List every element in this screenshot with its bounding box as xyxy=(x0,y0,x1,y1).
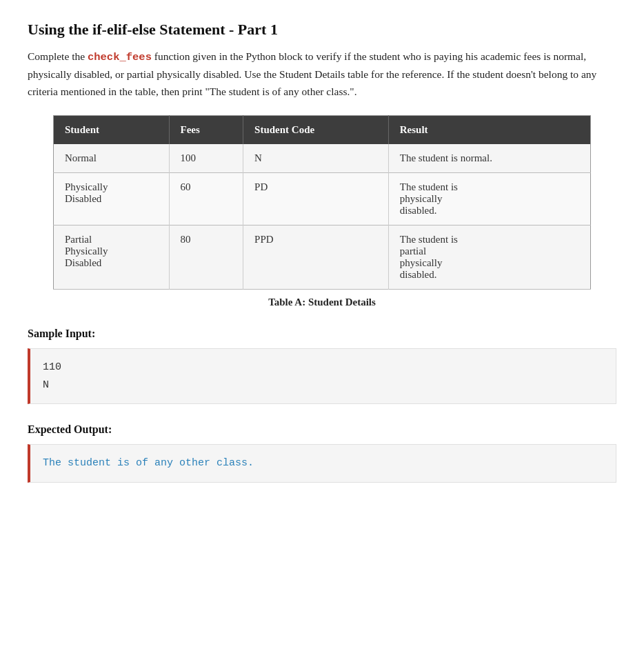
cell-code: N xyxy=(243,144,389,173)
col-header-code: Student Code xyxy=(243,116,389,145)
cell-result: The student isphysicallydisabled. xyxy=(388,173,590,225)
cell-student: Normal xyxy=(54,144,170,173)
expected-output-label: Expected Output: xyxy=(28,423,616,436)
table-row: PhysicallyDisabled 60 PD The student isp… xyxy=(54,173,591,225)
student-details-table-wrapper: Student Fees Student Code Result Normal … xyxy=(53,115,591,308)
function-name: check_fees xyxy=(88,51,152,63)
cell-student: PartialPhysicallyDisabled xyxy=(54,225,170,290)
col-header-fees: Fees xyxy=(169,116,243,145)
sample-input-block: 110N xyxy=(28,348,616,404)
col-header-student: Student xyxy=(54,116,170,145)
cell-fees: 60 xyxy=(169,173,243,225)
cell-student: PhysicallyDisabled xyxy=(54,173,170,225)
cell-result: The student ispartialphysicallydisabled. xyxy=(388,225,590,290)
student-details-table: Student Fees Student Code Result Normal … xyxy=(53,115,591,290)
table-caption: Table A: Student Details xyxy=(53,297,591,308)
expected-output-block: The student is of any other class. xyxy=(28,444,616,483)
table-row: PartialPhysicallyDisabled 80 PPD The stu… xyxy=(54,225,591,290)
table-header-row: Student Fees Student Code Result xyxy=(54,116,591,145)
cell-fees: 80 xyxy=(169,225,243,290)
description-text: Complete the check_fees function given i… xyxy=(28,48,616,100)
sample-input-label: Sample Input: xyxy=(28,328,616,340)
cell-result: The student is normal. xyxy=(388,144,590,173)
cell-code: PPD xyxy=(243,225,389,290)
description-part1: Complete the xyxy=(28,50,88,62)
col-header-result: Result xyxy=(388,116,590,145)
cell-fees: 100 xyxy=(169,144,243,173)
table-row: Normal 100 N The student is normal. xyxy=(54,144,591,173)
cell-code: PD xyxy=(243,173,389,225)
page-title: Using the if-elif-else Statement - Part … xyxy=(28,21,616,39)
